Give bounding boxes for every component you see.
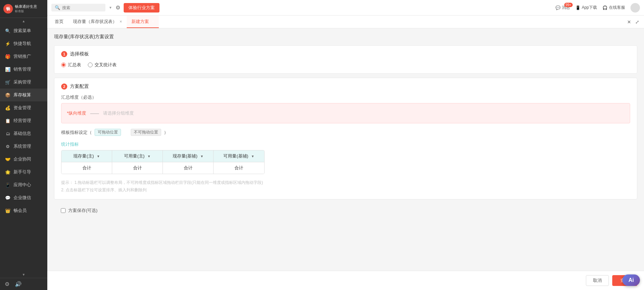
volume-icon[interactable]: 🔊 [15, 281, 22, 287]
stats-header-col2[interactable]: 可用量(主) ▼ [112, 150, 163, 162]
online-service-label: 在线客服 [609, 5, 625, 10]
tab-home[interactable]: 首页 [50, 16, 68, 28]
radio-summary-input[interactable] [61, 63, 66, 67]
radio-cross-label: 交叉统计表 [95, 62, 117, 68]
dimension-label: 汇总维度（必选） [61, 94, 630, 100]
stats-body-cell3: 合计 [184, 165, 193, 171]
guide-icon: 🌟 [5, 169, 11, 175]
sidebar-item-sales[interactable]: 📊 销售管理 [0, 63, 47, 76]
radio-summary-label: 汇总表 [68, 62, 81, 68]
indicator-settings-end: ） [164, 129, 168, 136]
sidebar: 畅 畅康通好生意 标准版 ▲ 🔍 搜索菜单 ⚡ 快捷导航 🎁 营销推广 📊 销售… [0, 0, 47, 290]
stats-col2-chevron[interactable]: ▼ [147, 154, 151, 158]
sidebar-item-apps[interactable]: 📱 应用中心 [0, 178, 47, 191]
sidebar-shortcut-label: 快捷导航 [14, 41, 31, 47]
radio-summary[interactable]: 汇总表 [61, 62, 81, 68]
non-draggable-badge: 不可拖动位置 [131, 129, 161, 136]
marketing-icon: 🎁 [5, 53, 11, 59]
tab-new-plan-close[interactable]: × [152, 19, 154, 24]
topbar-settings-icon[interactable]: ⚙ [116, 4, 120, 11]
cancel-button[interactable]: 取消 [586, 275, 609, 286]
sidebar-item-system[interactable]: ⚙ 系统管理 [0, 140, 47, 153]
tab-inventory-status[interactable]: 现存量（库存状况表） × [68, 16, 127, 28]
tab-inventory-status-label: 现存量（库存状况表） [73, 19, 117, 25]
sidebar-item-guide[interactable]: 🌟 新手引导 [0, 166, 47, 178]
topbar-search-icon: 🔍 [55, 5, 60, 10]
settings-icon[interactable]: ⚙ [5, 281, 9, 287]
sidebar-item-marketing[interactable]: 🎁 营销推广 [0, 50, 47, 63]
vertical-dim-label: *纵向维度 [67, 110, 86, 116]
stats-header-col4[interactable]: 可用量(基辅) ▼ [214, 150, 264, 162]
radio-cross[interactable]: 交叉统计表 [88, 62, 117, 68]
tab-new-plan[interactable]: 新建方案 × [127, 16, 159, 28]
sidebar-item-shortcut[interactable]: ⚡ 快捷导航 [0, 37, 47, 50]
app-edition: 标准版 [15, 9, 37, 14]
sidebar-item-basic[interactable]: 🗂 基础信息 [0, 127, 47, 140]
ai-float-button[interactable]: Ai [622, 274, 640, 286]
basic-icon: 🗂 [5, 130, 11, 137]
stats-table: 现存量(主) ▼ 可用量(主) ▼ 现存量(基辅) ▼ 可用量(基辅) [61, 150, 265, 174]
app-name: 畅康通好生意 [15, 4, 37, 9]
radio-cross-input[interactable] [88, 63, 93, 67]
sidebar-scroll-down[interactable]: ▼ [0, 271, 47, 278]
indicator-settings-prefix: 模板指标设定（ [61, 129, 92, 136]
stats-body-cell4: 合计 [234, 165, 243, 171]
save-section: 方案保存(可选) [54, 203, 637, 218]
stats-header-col1[interactable]: 现存量(主) ▼ [61, 150, 112, 162]
topbar-actions: 💬 消息 99+ 📱 App下载 🎧 在线客服 [555, 3, 640, 13]
content-area: 现存量(库存状况表)方案设置 1 选择模板 汇总表 交叉统计表 2 [47, 28, 644, 271]
user-avatar[interactable] [630, 3, 640, 13]
sales-icon: 📊 [5, 66, 11, 72]
stats-body-row: 合计 合计 合计 合计 [61, 162, 264, 174]
tips-section: 提示： 1.拖动标题栏可以调整布局，不可跨维度或指标区域拖动栏目字段(只能在同一… [61, 179, 630, 194]
step2-badge: 2 [61, 83, 67, 90]
sidebar-wechat-label: 企业微信 [14, 195, 31, 201]
step1-badge: 1 [61, 51, 67, 57]
tip-2: 2. 点击标题栏下拉可设置排序、插入列和删除列 [61, 188, 147, 192]
sidebar-item-contract[interactable]: 🤝 企业协同 [0, 153, 47, 166]
sidebar-scroll-up[interactable]: ▲ [0, 18, 47, 24]
sidebar-item-business[interactable]: 📋 经营管理 [0, 114, 47, 127]
logo-icon: 畅 [3, 4, 13, 14]
message-button[interactable]: 💬 消息 99+ [555, 5, 570, 10]
sidebar-item-finance[interactable]: 💰 资金管理 [0, 101, 47, 114]
online-service-button[interactable]: 🎧 在线客服 [602, 5, 625, 10]
indicator-settings: 模板指标设定（ 可拖动位置 不可拖动位置 ） [61, 129, 630, 136]
sidebar-item-member[interactable]: 👑 畅会员 [0, 204, 47, 217]
sidebar-item-search[interactable]: 🔍 搜索菜单 [0, 24, 47, 37]
window-expand-button[interactable]: ⤢ [635, 19, 640, 25]
save-checkbox[interactable] [61, 208, 66, 213]
stats-col3-chevron[interactable]: ▼ [200, 154, 203, 158]
topbar-search-box[interactable]: 🔍 [51, 4, 105, 11]
topbar-search-input[interactable] [62, 5, 89, 10]
stats-header-col3[interactable]: 现存量(基辅) ▼ [163, 150, 214, 162]
stats-body-col2: 合计 [112, 162, 163, 174]
search-icon: 🔍 [5, 28, 11, 34]
shortcut-icon: ⚡ [5, 41, 11, 47]
sidebar-sales-label: 销售管理 [14, 66, 31, 72]
sidebar-bottom: ⚙ 🔊 [0, 278, 47, 290]
stats-col1-chevron[interactable]: ▼ [97, 154, 100, 158]
sidebar-item-purchase[interactable]: 🛒 采购管理 [0, 76, 47, 89]
stats-body-col3: 合计 [163, 162, 214, 174]
sidebar-marketing-label: 营销推广 [14, 53, 31, 59]
sidebar-item-wechat[interactable]: 💬 企业微信 [0, 191, 47, 204]
stats-col4-chevron[interactable]: ▼ [251, 154, 254, 158]
sidebar-finance-label: 资金管理 [14, 105, 31, 111]
trial-industry-button[interactable]: 体验行业方案 [124, 3, 159, 13]
window-close-button[interactable]: ✕ [626, 19, 632, 25]
sidebar-item-inventory[interactable]: 📦 库存核算 [0, 89, 47, 101]
step1-title: 选择模板 [70, 51, 89, 57]
apps-icon: 📱 [5, 182, 11, 188]
step2-title: 方案配置 [70, 83, 89, 90]
stats-body-col1: 合计 [61, 162, 112, 174]
headset-icon: 🎧 [602, 5, 608, 10]
stats-body-cell1: 合计 [82, 165, 91, 171]
stats-col4-label: 可用量(基辅) [223, 153, 248, 159]
tab-inventory-status-close[interactable]: × [120, 19, 122, 24]
indicator-settings-suffix [124, 129, 128, 136]
sidebar-business-label: 经营管理 [14, 118, 31, 124]
topbar: 🔍 ▼ ⚙ 体验行业方案 💬 消息 99+ 📱 App下载 🎧 在线客服 [47, 0, 644, 16]
app-download-button[interactable]: 📱 App下载 [575, 5, 597, 10]
message-icon: 💬 [555, 5, 561, 10]
